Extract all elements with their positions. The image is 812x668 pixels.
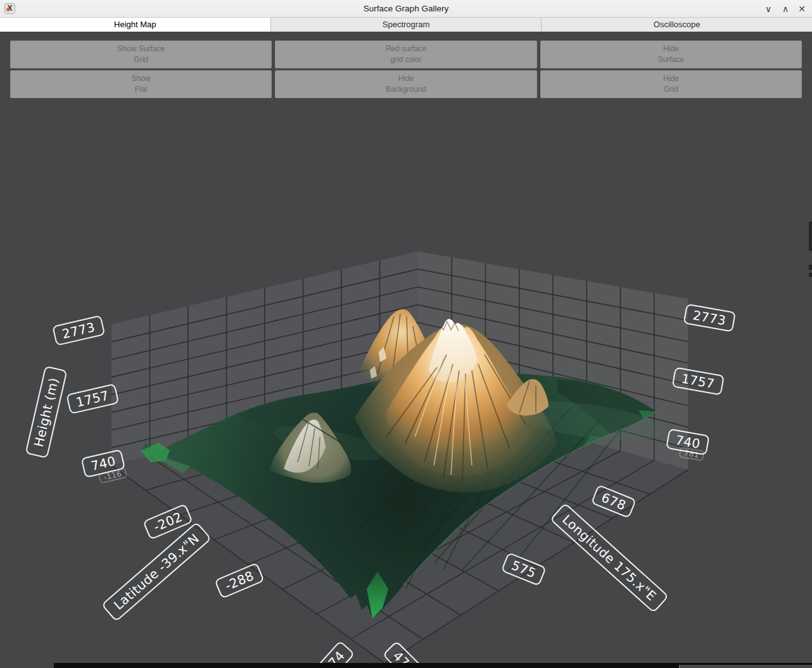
show-surface-grid-button[interactable]: Show Surface Grid (10, 41, 272, 68)
window-title: Surface Graph Gallery (0, 0, 812, 18)
tab-height-map[interactable]: Height Map (0, 18, 271, 32)
control-button-grid: Show Surface Grid Red surface grid color… (10, 41, 802, 98)
close-icon[interactable]: ✕ (795, 0, 809, 18)
right-edge-artifact (809, 222, 812, 251)
button-label: Grid (11, 54, 271, 65)
button-label: Flat (11, 84, 271, 95)
show-flat-button[interactable]: Show Flat (10, 70, 272, 98)
tab-bar: Height Map Spectrogram Oscilloscope (0, 18, 812, 32)
button-label: Hide (276, 73, 536, 84)
tab-oscilloscope[interactable]: Oscilloscope (542, 18, 812, 32)
button-label: Red surface (276, 44, 536, 54)
button-label: Background (276, 84, 536, 95)
application-window: X Surface Graph Gallery ∨ ∧ ✕ Height Map… (0, 0, 812, 668)
hide-background-button[interactable]: Hide Background (275, 70, 536, 98)
right-edge-artifact (809, 273, 812, 277)
hide-grid-button[interactable]: Hide Grid (540, 70, 802, 98)
surface-plot-canvas[interactable] (0, 32, 812, 668)
bottom-window-edge-right (679, 665, 812, 668)
tab-spectrogram[interactable]: Spectrogram (271, 18, 542, 32)
button-label: grid color (276, 54, 536, 65)
button-label: Hide (541, 44, 801, 54)
red-surface-grid-color-button[interactable]: Red surface grid color (275, 41, 536, 68)
maximize-icon[interactable]: ∧ (778, 0, 792, 18)
button-label: Hide (541, 73, 801, 84)
right-edge-artifact (809, 265, 812, 270)
window-titlebar[interactable]: X Surface Graph Gallery ∨ ∧ ✕ (0, 0, 812, 18)
button-label: Show Surface (11, 44, 271, 54)
minimize-icon[interactable]: ∨ (761, 0, 775, 18)
button-label: Show (11, 73, 271, 84)
button-label: Surface (541, 54, 801, 65)
button-label: Grid (541, 84, 801, 95)
hide-surface-button[interactable]: Hide Surface (540, 41, 802, 68)
